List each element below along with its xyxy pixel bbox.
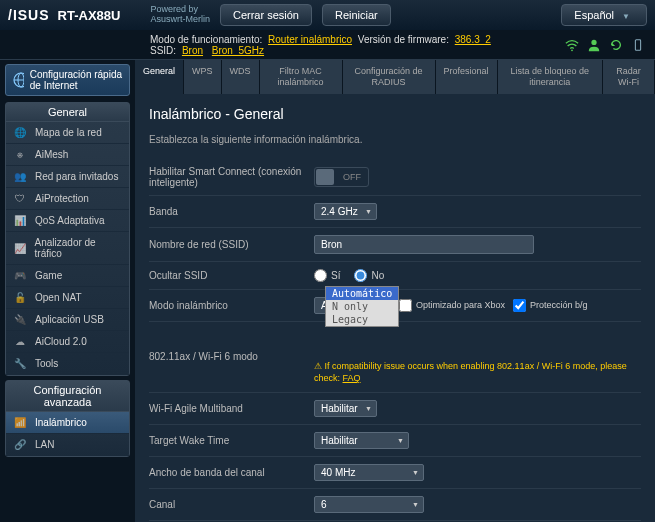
sidebar-icon: 🔗: [12, 439, 28, 450]
ssid-label: SSID:: [150, 45, 176, 56]
hide-ssid-no[interactable]: No: [354, 269, 384, 282]
subheader: Modo de funcionamiento: Router inalámbri…: [0, 30, 655, 60]
agile-select[interactable]: Habilitar: [314, 400, 377, 417]
sidebar-item-label: Aplicación USB: [35, 314, 104, 325]
row-bandwidth: Ancho de banda del canal 40 MHz: [149, 457, 641, 489]
row-ssid: Nombre de red (SSID): [149, 228, 641, 262]
sidebar-icon: 🔌: [12, 314, 28, 325]
bg-checkbox[interactable]: [513, 299, 526, 312]
fw-label: Versión de firmware:: [358, 34, 449, 45]
sidebar-item-lan[interactable]: 🔗LAN: [6, 434, 129, 456]
mode-label: Modo de funcionamiento:: [150, 34, 262, 45]
sidebar-item-game[interactable]: 🎮Game: [6, 265, 129, 287]
tab-general[interactable]: General: [135, 60, 184, 94]
tab-configuración-de-radius[interactable]: Configuración de RADIUS: [343, 60, 436, 94]
ssid-field-label: Nombre de red (SSID): [149, 239, 314, 250]
sidebar-icon: 🔓: [12, 292, 28, 303]
tab-profesional[interactable]: Profesional: [436, 60, 498, 94]
sidebar-item-label: Open NAT: [35, 292, 82, 303]
bw-select[interactable]: 40 MHz: [314, 464, 424, 481]
sidebar-item-aplicación-usb[interactable]: 🔌Aplicación USB: [6, 309, 129, 331]
tabs: GeneralWPSWDSFiltro MAC inalámbricoConfi…: [135, 60, 655, 94]
xbox-checkbox-label[interactable]: Optimizado para Xbox: [399, 299, 505, 312]
user-icon[interactable]: [587, 38, 601, 52]
tab-wps[interactable]: WPS: [184, 60, 222, 94]
sidebar-advanced-box: Configuración avanzada 📶Inalámbrico🔗LAN: [5, 380, 130, 457]
band-label: Banda: [149, 206, 314, 217]
faq-link[interactable]: FAQ: [343, 373, 361, 383]
sidebar-item-label: AiMesh: [35, 149, 68, 160]
sidebar-item-label: Inalámbrico: [35, 417, 87, 428]
sidebar-icon: 🔧: [12, 358, 28, 369]
sidebar-item-red-para-invitados[interactable]: 👥Red para invitados: [6, 166, 129, 188]
bg-text: Protección b/g: [530, 300, 588, 310]
fw-link[interactable]: 386.3_2: [455, 34, 491, 45]
mode-option-n-only[interactable]: N only: [326, 300, 398, 313]
sidebar-item-open-nat[interactable]: 🔓Open NAT: [6, 287, 129, 309]
globe-icon: [12, 71, 24, 89]
row-agile: Wi-Fi Agile Multiband Habilitar: [149, 393, 641, 425]
hide-ssid-no-radio[interactable]: [354, 269, 367, 282]
powered-name: Asuswrt-Merlin: [150, 15, 210, 25]
sidebar-item-analizador-de-tráfico[interactable]: 📈Analizador de tráfico: [6, 232, 129, 265]
sidebar-item-aimesh[interactable]: ⎈AiMesh: [6, 144, 129, 166]
ssid-input[interactable]: [314, 235, 534, 254]
sidebar-item-label: QoS Adaptativa: [35, 215, 105, 226]
sidebar-item-inalámbrico[interactable]: 📶Inalámbrico: [6, 412, 129, 434]
bg-checkbox-label[interactable]: Protección b/g: [513, 299, 588, 312]
mode-option-automático[interactable]: Automático: [326, 287, 398, 300]
row-band: Banda 2.4 GHz: [149, 196, 641, 228]
sidebar-item-tools[interactable]: 🔧Tools: [6, 353, 129, 375]
hide-ssid-yes[interactable]: Sí: [314, 269, 340, 282]
smart-connect-toggle[interactable]: OFF: [314, 167, 369, 187]
ssid2-link[interactable]: Bron_5GHz: [212, 45, 264, 56]
sidebar-item-qos-adaptativa[interactable]: 📊QoS Adaptativa: [6, 210, 129, 232]
sidebar-item-mapa-de-la-red[interactable]: 🌐Mapa de la red: [6, 122, 129, 144]
ssid1-link[interactable]: Bron: [182, 45, 203, 56]
sidebar-icon: 📊: [12, 215, 28, 226]
subheader-line1: Modo de funcionamiento: Router inalámbri…: [150, 34, 494, 56]
ch-label: Canal: [149, 499, 314, 510]
sidebar-item-aiprotection[interactable]: 🛡AiProtection: [6, 188, 129, 210]
xbox-text: Optimizado para Xbox: [416, 300, 505, 310]
twt-select[interactable]: Habilitar: [314, 432, 409, 449]
smart-connect-label: Habilitar Smart Connect (conexión inteli…: [149, 166, 314, 188]
powered-by: Powered by Asuswrt-Merlin: [150, 5, 210, 25]
brand-logo: /ISUS: [8, 7, 50, 23]
sidebar-item-label: Tools: [35, 358, 58, 369]
tab-lista-de-bloqueo-de-itinerancia[interactable]: Lista de bloqueo de itinerancia: [498, 60, 604, 94]
agile-label: Wi-Fi Agile Multiband: [149, 403, 314, 414]
status-icons: [565, 38, 645, 52]
sidebar-item-aicloud-2.0[interactable]: ☁AiCloud 2.0: [6, 331, 129, 353]
reboot-button[interactable]: Reiniciar: [322, 4, 391, 26]
hide-ssid-label: Ocultar SSID: [149, 270, 314, 281]
band-select[interactable]: 2.4 GHz: [314, 203, 377, 220]
wifi-icon[interactable]: [565, 38, 579, 52]
qis-label: Configuración rápida de Internet: [30, 69, 123, 91]
sidebar-icon: 📶: [12, 417, 28, 428]
row-smart-connect: Habilitar Smart Connect (conexión inteli…: [149, 159, 641, 196]
mode-link[interactable]: Router inalámbrico: [268, 34, 352, 45]
ch-select[interactable]: 6: [314, 496, 424, 513]
ax-warning: ⚠ If compatibility issue occurs when ena…: [314, 360, 641, 385]
qis-button[interactable]: Configuración rápida de Internet: [5, 64, 130, 96]
language-selector[interactable]: Español: [561, 4, 647, 26]
bw-label: Ancho de banda del canal: [149, 467, 314, 478]
hide-no-text: No: [371, 270, 384, 281]
ax-warn-text: If compatibility issue occurs when enabl…: [314, 361, 627, 384]
sidebar-item-label: Analizador de tráfico: [35, 237, 123, 259]
xbox-checkbox[interactable]: [399, 299, 412, 312]
wireless-mode-label: Modo inalámbrico: [149, 300, 314, 311]
mode-option-legacy[interactable]: Legacy: [326, 313, 398, 326]
tab-radar-wi-fi[interactable]: Radar Wi-Fi: [603, 60, 655, 94]
sidebar-general-head: General: [6, 103, 129, 122]
refresh-icon[interactable]: [609, 38, 623, 52]
tab-wds[interactable]: WDS: [222, 60, 260, 94]
hide-ssid-yes-radio[interactable]: [314, 269, 327, 282]
sidebar-icon: 🎮: [12, 270, 28, 281]
sidebar-icon: 👥: [12, 171, 28, 182]
sidebar-item-label: AiProtection: [35, 193, 89, 204]
tab-filtro-mac-inalámbrico[interactable]: Filtro MAC inalámbrico: [260, 60, 343, 94]
usb-icon[interactable]: [631, 38, 645, 52]
logout-button[interactable]: Cerrar sesión: [220, 4, 312, 26]
